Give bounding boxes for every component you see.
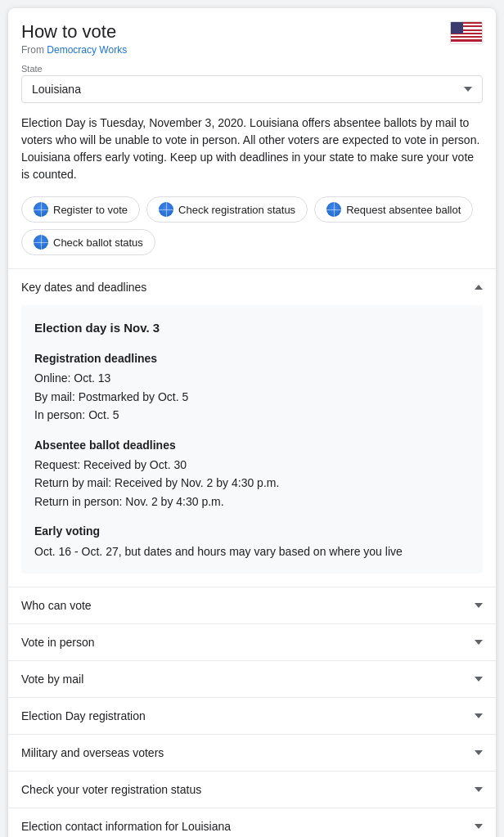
early-voting-detail: Oct. 16 - Oct. 27, but dates and hours m…: [34, 542, 470, 560]
accordion-military: Military and overseas voters: [8, 734, 496, 771]
military-toggle[interactable]: Military and overseas voters: [8, 735, 496, 771]
registration-deadlines-title: Registration deadlines: [34, 349, 470, 367]
who-can-vote-toggle[interactable]: Who can vote: [8, 587, 496, 623]
election-day-reg-label: Election Day registration: [21, 709, 146, 722]
globe-icon: [34, 235, 48, 250]
election-contact-toggle[interactable]: Election contact information for Louisia…: [8, 808, 496, 837]
check-voter-reg-toggle[interactable]: Check your voter registration status: [8, 772, 496, 808]
absentee-label: Request absentee ballot: [346, 204, 461, 216]
state-value: Louisiana: [32, 83, 81, 96]
election-day-reg-toggle[interactable]: Election Day registration: [8, 698, 496, 734]
globe-icon: [34, 202, 48, 217]
chevron-down-icon: [475, 677, 483, 682]
chevron-down-icon: [475, 787, 483, 792]
main-card: How to vote From Democracy Works State L…: [8, 8, 496, 837]
accordion-election-day-reg: Election Day registration: [8, 697, 496, 734]
reg-online: Online: Oct. 13: [34, 369, 470, 387]
action-buttons: Register to vote Check registration stat…: [8, 196, 496, 268]
absentee-deadlines-section: Absentee ballot deadlines Request: Recei…: [34, 436, 470, 511]
absentee-deadlines-title: Absentee ballot deadlines: [34, 436, 470, 454]
accordion-vote-by-mail: Vote by mail: [8, 660, 496, 697]
register-to-vote-button[interactable]: Register to vote: [21, 196, 140, 223]
absentee-return-person: Return in person: Nov. 2 by 4:30 p.m.: [34, 493, 470, 511]
chevron-up-icon: [475, 285, 483, 290]
accordion-list: Who can vote Vote in person Vote by mail…: [8, 587, 496, 837]
accordion-check-voter-reg: Check your voter registration status: [8, 771, 496, 808]
globe-icon: [159, 202, 173, 217]
accordion-who-can-vote: Who can vote: [8, 587, 496, 623]
description-text: Election Day is Tuesday, November 3, 202…: [8, 115, 496, 196]
registration-deadlines-section: Registration deadlines Online: Oct. 13 B…: [34, 349, 470, 425]
key-dates-header[interactable]: Key dates and deadlines: [8, 269, 496, 305]
vote-by-mail-label: Vote by mail: [21, 673, 83, 686]
request-absentee-button[interactable]: Request absentee ballot: [314, 196, 473, 223]
chevron-down-icon: [475, 603, 483, 608]
chevron-down-icon: [475, 640, 483, 645]
early-voting-section: Early voting Oct. 16 - Oct. 27, but date…: [34, 522, 470, 560]
who-can-vote-label: Who can vote: [21, 599, 92, 612]
register-label: Register to vote: [53, 204, 128, 216]
vote-by-mail-toggle[interactable]: Vote by mail: [8, 661, 496, 697]
ballot-label: Check ballot status: [53, 236, 143, 249]
chevron-down-icon: [475, 824, 483, 829]
chevron-down-icon: [475, 750, 483, 755]
vote-in-person-label: Vote in person: [21, 636, 95, 649]
chevron-down-icon: [464, 87, 472, 92]
check-ballot-button[interactable]: Check ballot status: [21, 229, 155, 255]
subtitle: From Democracy Works: [21, 44, 127, 56]
check-registration-button[interactable]: Check registration status: [146, 196, 308, 223]
state-select-area: State Louisiana: [8, 64, 496, 115]
state-select[interactable]: Louisiana: [21, 75, 483, 103]
check-voter-reg-label: Check your voter registration status: [21, 783, 201, 796]
globe-icon: [326, 202, 341, 217]
reg-mail: By mail: Postmarked by Oct. 5: [34, 388, 470, 406]
state-label: State: [21, 64, 483, 74]
accordion-vote-in-person: Vote in person: [8, 623, 496, 660]
header: How to vote From Democracy Works: [8, 8, 496, 64]
reg-person: In person: Oct. 5: [34, 406, 470, 424]
absentee-request: Request: Received by Oct. 30: [34, 456, 470, 474]
election-day-title: Election day is Nov. 3: [34, 318, 470, 338]
source-link[interactable]: Democracy Works: [47, 44, 127, 56]
check-reg-label: Check registration status: [178, 204, 295, 216]
flag-icon: [450, 21, 483, 44]
page-title: How to vote: [21, 21, 127, 43]
title-area: How to vote From Democracy Works: [21, 21, 127, 56]
election-contact-label: Election contact information for Louisia…: [21, 820, 231, 833]
election-day-section: Election day is Nov. 3: [34, 318, 470, 338]
absentee-return-mail: Return by mail: Received by Nov. 2 by 4:…: [34, 474, 470, 492]
chevron-down-icon: [475, 713, 483, 718]
key-dates-content: Election day is Nov. 3 Registration dead…: [21, 305, 483, 574]
key-dates-title: Key dates and deadlines: [21, 281, 146, 294]
vote-in-person-toggle[interactable]: Vote in person: [8, 624, 496, 660]
military-label: Military and overseas voters: [21, 746, 164, 759]
accordion-election-contact: Election contact information for Louisia…: [8, 808, 496, 837]
early-voting-title: Early voting: [34, 522, 470, 540]
